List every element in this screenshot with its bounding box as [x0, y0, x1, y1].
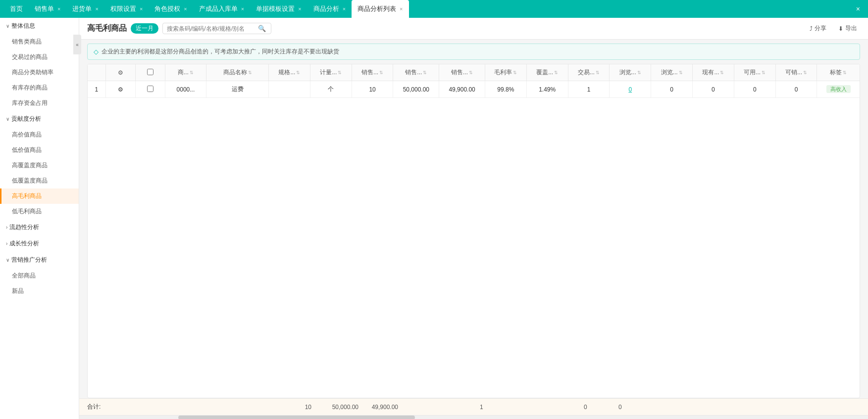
sort-icon-saleable: ⇅ [803, 70, 807, 75]
cell-name-0: 运费 [206, 81, 269, 98]
col-header-unit[interactable]: 计量...⇅ [310, 64, 352, 81]
cell-browse2-0: 0 [651, 81, 693, 98]
footer-cell-8: 50,000.00 [325, 404, 365, 411]
cell-transaction-0: 1 [568, 81, 610, 98]
sidebar-collapse-btn[interactable]: « [73, 35, 81, 54]
nav-item-6[interactable]: 单据模板设置× [250, 0, 307, 18]
sidebar-group-2[interactable]: ›流趋性分析 [0, 219, 79, 235]
nav-item-7[interactable]: 商品分析× [307, 0, 352, 18]
col-header-coverage[interactable]: 覆盖...⇅ [526, 64, 568, 81]
cell-coverage-0: 1.49% [526, 81, 568, 98]
footer-cell-12: 1 [464, 404, 499, 411]
nav-close-2[interactable]: × [95, 6, 98, 12]
footer-cell-15: 0 [568, 404, 603, 411]
info-banner: ◇ 企业的主要的利润都是这部分商品创造的，可考虑加大推广，同时关注库存是不要出现… [87, 44, 860, 60]
col-header-settings: ⚙ [105, 64, 135, 81]
col-header-available1[interactable]: 现有...⇅ [693, 64, 734, 81]
sidebar-item-4-1[interactable]: 新品 [0, 283, 79, 299]
share-btn[interactable]: ⤴ 分享 [807, 23, 829, 34]
nav-close-6[interactable]: × [298, 6, 301, 12]
sidebar-item-1-0[interactable]: 高价值商品 [0, 127, 79, 142]
col-header-transaction[interactable]: 交易...⇅ [568, 64, 610, 81]
browse1-link-0[interactable]: 0 [628, 86, 632, 93]
sort-icon-sales_qty: ⇅ [379, 70, 383, 75]
search-icon[interactable]: 🔍 [258, 25, 266, 32]
horizontal-scrollbar[interactable] [79, 415, 868, 419]
col-header-sales_qty[interactable]: 销售...⇅ [352, 64, 393, 81]
sidebar-item-0-4[interactable]: 库存资金占用 [0, 95, 79, 111]
col-header-name[interactable]: 商品名称⇅ [206, 64, 269, 81]
sidebar-item-1-2[interactable]: 高覆盖度商品 [0, 158, 79, 173]
col-header-browse1[interactable]: 浏览...⇅ [610, 64, 651, 81]
nav-close-8[interactable]: × [400, 6, 403, 12]
group-arrow-4: ∨ [6, 257, 9, 263]
search-box: 🔍 [162, 23, 271, 34]
group-arrow-2: › [6, 225, 7, 230]
nav-item-2[interactable]: 进货单× [66, 0, 104, 18]
footer-cell-5 [231, 404, 261, 411]
nav-close-7[interactable]: × [343, 6, 346, 12]
nav-item-4[interactable]: 角色授权× [149, 0, 193, 18]
sort-icon-spec: ⇅ [296, 70, 300, 75]
row-checkbox-0[interactable] [147, 86, 153, 92]
col-header-tag[interactable]: 标签⇅ [817, 64, 860, 81]
search-input[interactable] [167, 25, 256, 32]
col-header-sales_amt[interactable]: 销售...⇅ [393, 64, 439, 81]
sidebar-item-1-3[interactable]: 低覆盖度商品 [0, 173, 79, 188]
sidebar-group-0[interactable]: ∨整体信息 [0, 18, 79, 34]
sidebar-item-1-4[interactable]: 高毛利商品 [0, 188, 79, 204]
nav-close-3[interactable]: × [140, 6, 143, 12]
cell-unit-0: 个 [310, 81, 352, 98]
sidebar-item-0-3[interactable]: 有库存的商品 [0, 80, 79, 95]
cell-spec-0 [269, 81, 310, 98]
footer-cell-0 [104, 404, 122, 411]
cell-checkbox-0[interactable] [135, 81, 165, 98]
sidebar-item-0-2[interactable]: 商品分类助销率 [0, 65, 79, 80]
col-header-sales_cost[interactable]: 销售...⇅ [439, 64, 485, 81]
sidebar-item-1-1[interactable]: 低价值商品 [0, 142, 79, 158]
col-header-num [88, 64, 105, 81]
nav-item-5[interactable]: 产成品入库单× [193, 0, 250, 18]
window-close-btn[interactable]: × [856, 5, 860, 13]
col-header-browse2[interactable]: 浏览...⇅ [651, 64, 693, 81]
col-header-available2[interactable]: 可用...⇅ [734, 64, 775, 81]
sidebar: ∨整体信息销售类商品交易过的商品商品分类助销率有库存的商品库存资金占用∨贡献度分… [0, 18, 79, 419]
col-header-saleable[interactable]: 可销...⇅ [775, 64, 817, 81]
sidebar-group-4[interactable]: ∨营销推广分析 [0, 252, 79, 268]
nav-item-8[interactable]: 商品分析列表× [352, 0, 408, 18]
nav-close-1[interactable]: × [57, 6, 60, 12]
share-icon: ⤴ [810, 25, 813, 32]
sidebar-item-1-5[interactable]: 低毛利商品 [0, 204, 79, 219]
data-table-container: ⚙商...⇅商品名称⇅规格...⇅计量...⇅销售...⇅销售...⇅销售...… [87, 64, 860, 398]
content-header: 高毛利商品 近一月 🔍 ⤴ 分享 ⬇ 导出 [79, 18, 868, 40]
footer-cell-7: 10 [291, 404, 325, 411]
time-filter-btn[interactable]: 近一月 [131, 23, 158, 34]
col-header-gross_rate[interactable]: 毛利率⇅ [485, 64, 526, 81]
top-navigation: 首页销售单×进货单×权限设置×角色授权×产成品入库单×单据模板设置×商品分析×商… [0, 0, 868, 18]
nav-close-5[interactable]: × [241, 6, 244, 12]
cell-sales_amt-0: 50,000.00 [393, 81, 439, 98]
nav-item-0[interactable]: 首页 [4, 0, 29, 18]
cell-gross_rate-0: 99.8% [485, 81, 526, 98]
sidebar-group-1[interactable]: ∨贡献度分析 [0, 111, 79, 127]
nav-item-1[interactable]: 销售单× [29, 0, 66, 18]
footer-cell-6 [261, 404, 291, 411]
sidebar-item-0-1[interactable]: 交易过的商品 [0, 49, 79, 65]
sort-icon-coverage: ⇅ [554, 70, 558, 75]
col-header-code[interactable]: 商...⇅ [165, 64, 206, 81]
data-table: ⚙商...⇅商品名称⇅规格...⇅计量...⇅销售...⇅销售...⇅销售...… [88, 64, 860, 98]
footer-cell-11 [434, 404, 464, 411]
sidebar-item-4-0[interactable]: 全部商品 [0, 268, 79, 283]
nav-close-4[interactable]: × [184, 6, 187, 12]
sort-icon-sales_amt: ⇅ [423, 70, 427, 75]
col-header-spec[interactable]: 规格...⇅ [269, 64, 310, 81]
sidebar-item-0-0[interactable]: 销售类商品 [0, 34, 79, 49]
nav-item-3[interactable]: 权限设置× [104, 0, 149, 18]
cell-settings-0[interactable]: ⚙ [105, 81, 135, 98]
cell-code-0: 0000... [165, 81, 206, 98]
sidebar-group-3[interactable]: ›成长性分析 [0, 235, 79, 252]
export-btn[interactable]: ⬇ 导出 [835, 23, 860, 34]
sort-icon-sales_cost: ⇅ [469, 70, 473, 75]
page-title: 高毛利商品 [87, 23, 127, 34]
select-all-checkbox[interactable] [147, 69, 153, 75]
